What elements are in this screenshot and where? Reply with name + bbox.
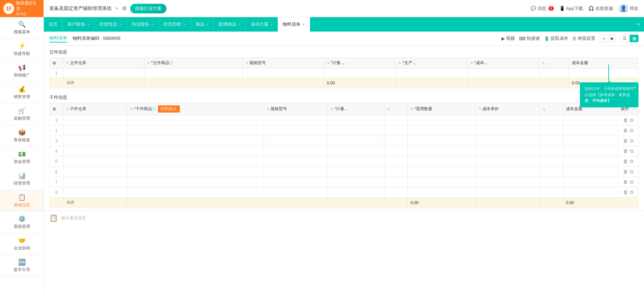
sidebar-item-basics[interactable]: 📋 基础信息 bbox=[0, 190, 44, 212]
sidebar-item-guide[interactable]: 🆕 新手引导 bbox=[0, 255, 44, 277]
trial-button[interactable]: 体验行业方案 bbox=[130, 4, 166, 13]
parent-row-1-unit[interactable] bbox=[324, 69, 396, 78]
child-row-warehouse[interactable] bbox=[63, 115, 127, 126]
grid-view-btn[interactable]: ☰ bbox=[620, 35, 629, 42]
view-btn[interactable]: ▶ 视频 bbox=[501, 35, 515, 42]
delete-icon[interactable]: 🗑 bbox=[623, 159, 628, 164]
parent-row-1-prod[interactable] bbox=[396, 69, 467, 78]
topbar-messages[interactable]: 💬 消息 6 bbox=[531, 5, 554, 12]
tab-barcode[interactable]: 条码方案 × bbox=[246, 17, 278, 32]
child-row-qty[interactable] bbox=[408, 156, 476, 167]
single-settings-btn[interactable]: ☰ 单据设置 bbox=[572, 35, 595, 42]
tab-customer[interactable]: 客户联络 × bbox=[63, 17, 95, 32]
copy-icon[interactable]: ⧉ bbox=[630, 117, 633, 123]
copy-icon[interactable]: ⧉ bbox=[630, 189, 633, 195]
copy-icon[interactable]: ⧉ bbox=[630, 169, 633, 175]
tab-profit[interactable]: 利润报告 × bbox=[127, 17, 159, 32]
child-row-goods[interactable] bbox=[127, 146, 264, 156]
child-row-warehouse[interactable] bbox=[63, 177, 127, 187]
tab-goods[interactable]: 商品 × bbox=[191, 17, 214, 32]
child-row-unit-price[interactable] bbox=[476, 187, 540, 198]
sub-tab-bom[interactable]: 物料清单 bbox=[49, 34, 67, 43]
child-row-spec[interactable] bbox=[264, 146, 327, 156]
child-row-unit-price[interactable] bbox=[476, 136, 540, 146]
parent-row-1-warehouse[interactable] bbox=[63, 69, 145, 78]
tab-profit-close[interactable]: × bbox=[151, 22, 153, 26]
scan-input-btn[interactable]: 扫码录入 bbox=[158, 105, 180, 113]
delete-icon[interactable]: 🗑 bbox=[623, 189, 628, 195]
sidebar-item-marketing[interactable]: 📢 营销推广 bbox=[0, 60, 44, 82]
child-row-spec[interactable] bbox=[264, 177, 327, 187]
sidebar-item-sales[interactable]: 💰 销售管理 bbox=[0, 82, 44, 104]
next-arrow[interactable]: ▶ bbox=[608, 35, 616, 42]
notes-placeholder[interactable]: 输入备注信息 bbox=[61, 215, 86, 221]
parent-row-1-goods[interactable] bbox=[145, 69, 243, 78]
child-row-qty[interactable] bbox=[408, 136, 476, 146]
parent-th-settings[interactable]: ⚙ bbox=[50, 58, 63, 69]
delete-icon[interactable]: 🗑 bbox=[623, 148, 628, 154]
child-row-unit-price[interactable] bbox=[476, 146, 540, 156]
topbar-settings-icon[interactable]: ⚙ bbox=[122, 5, 127, 12]
tab-barcode-close[interactable]: × bbox=[271, 22, 273, 26]
child-row-unit[interactable] bbox=[328, 156, 384, 167]
sidebar-item-system[interactable]: ⚙️ 系统管理 bbox=[0, 212, 44, 233]
sidebar-item-purchase[interactable]: 🛒 采购管理 bbox=[0, 104, 44, 125]
child-row-qty[interactable] bbox=[408, 177, 476, 187]
child-row-spec[interactable] bbox=[264, 167, 327, 177]
tab-new-goods-close[interactable]: × bbox=[238, 22, 240, 26]
child-row-goods[interactable] bbox=[127, 115, 264, 126]
child-row-unit-price[interactable] bbox=[476, 156, 540, 167]
child-row-spec[interactable] bbox=[264, 187, 327, 198]
copy-icon[interactable]: ⧉ bbox=[630, 138, 633, 144]
child-row-unit[interactable] bbox=[328, 167, 384, 177]
child-row-unit[interactable] bbox=[328, 187, 384, 198]
child-row-goods[interactable] bbox=[127, 136, 264, 146]
copy-icon[interactable]: ⧉ bbox=[630, 128, 633, 133]
child-row-unit[interactable] bbox=[328, 177, 384, 187]
delete-icon[interactable]: 🗑 bbox=[623, 138, 628, 144]
copy-icon[interactable]: ⧉ bbox=[630, 179, 633, 185]
child-row-warehouse[interactable] bbox=[63, 187, 127, 198]
child-row-unit-price[interactable] bbox=[476, 177, 540, 187]
tab-bom[interactable]: 物料清单 × bbox=[278, 17, 310, 32]
child-row-goods[interactable] bbox=[127, 126, 264, 136]
child-row-goods[interactable] bbox=[127, 167, 264, 177]
child-row-spec[interactable] bbox=[264, 126, 327, 136]
delete-icon[interactable]: 🗑 bbox=[623, 169, 628, 175]
child-row-spec[interactable] bbox=[264, 115, 327, 126]
tab-operations[interactable]: 经营情况 × bbox=[95, 17, 126, 32]
sidebar-item-finance[interactable]: 💵 资金管理 bbox=[0, 147, 44, 168]
sidebar-item-quick-nav[interactable]: ⚡ 快捷导航 bbox=[0, 39, 44, 60]
list-view-btn[interactable]: ▦ bbox=[630, 35, 639, 42]
shortcut-btn[interactable]: ⌨ 快捷键 bbox=[519, 35, 540, 42]
child-row-unit[interactable] bbox=[328, 136, 384, 146]
child-row-qty[interactable] bbox=[408, 146, 476, 156]
child-row-unit[interactable] bbox=[328, 115, 384, 126]
child-row-qty[interactable] bbox=[408, 115, 476, 126]
child-th-settings[interactable]: ⚙ bbox=[50, 103, 63, 115]
tab-bom-close[interactable]: × bbox=[302, 22, 305, 26]
topbar-online-service[interactable]: 🎧 在线客服 bbox=[589, 5, 613, 12]
tab-customer-close[interactable]: × bbox=[87, 22, 89, 26]
copy-icon[interactable]: ⧉ bbox=[630, 159, 633, 164]
nav-close-all[interactable]: × bbox=[633, 22, 644, 27]
child-row-unit-price[interactable] bbox=[476, 126, 540, 136]
child-row-qty[interactable] bbox=[408, 187, 476, 198]
sidebar-item-operations[interactable]: 📊 经营管理 bbox=[0, 168, 44, 190]
child-row-qty[interactable] bbox=[408, 167, 476, 177]
tab-operations-close[interactable]: × bbox=[119, 22, 121, 26]
prev-arrow[interactable]: ◀ bbox=[599, 35, 607, 42]
child-row-unit[interactable] bbox=[328, 126, 384, 136]
system-dropdown-arrow[interactable]: ▼ bbox=[115, 7, 119, 10]
child-row-warehouse[interactable] bbox=[63, 126, 127, 136]
child-row-unit-price[interactable] bbox=[476, 115, 540, 126]
child-row-goods[interactable] bbox=[127, 177, 264, 187]
copy-icon[interactable]: ⧉ bbox=[630, 148, 633, 154]
sidebar-item-enterprise[interactable]: 🤝 企业协同 bbox=[0, 233, 44, 255]
tab-home[interactable]: 首页 bbox=[44, 17, 63, 32]
child-row-qty[interactable] bbox=[408, 126, 476, 136]
child-row-spec[interactable] bbox=[264, 156, 327, 167]
parent-row-1-spec[interactable] bbox=[243, 69, 324, 78]
child-row-warehouse[interactable] bbox=[63, 156, 127, 167]
sidebar-item-search[interactable]: 🔍 搜索菜单 bbox=[0, 17, 44, 39]
